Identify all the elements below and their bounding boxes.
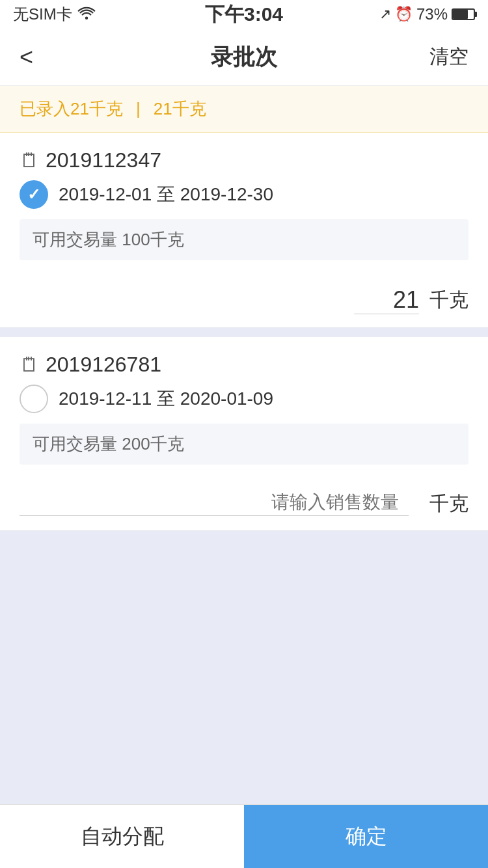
back-button[interactable]: < [20,44,59,71]
batch-1-icon: 🗒 [20,150,39,172]
auto-distribute-button[interactable]: 自动分配 [0,805,244,868]
batch-2-icon: 🗒 [20,354,39,376]
batch-2-date-row[interactable]: 2019-12-11 至 2020-01-09 [20,385,468,413]
batch-2-available: 可用交易量 200千克 [20,424,468,465]
batch-item-1: 🗒 2019112347 2019-12-01 至 2019-12-30 可用交… [0,133,488,328]
batch-2-id: 2019126781 [46,353,161,377]
batch-2-date: 2019-12-11 至 2020-01-09 [59,387,273,411]
batch-1-radio[interactable] [20,180,48,209]
nav-bar: < 录批次 清空 [0,29,488,86]
batch-2-input-row[interactable]: 千克 [0,478,488,531]
batch-1-quantity-row: 21 千克 [0,273,488,328]
battery-label: 73% [416,5,448,23]
confirm-button[interactable]: 确定 [244,805,488,868]
info-banner: 已录入21千克 | 21千克 [0,86,488,133]
batch-1-date: 2019-12-01 至 2019-12-30 [59,182,273,207]
batch-1-id: 2019112347 [46,148,161,172]
status-bar: 无SIM卡 下午3:04 ↗ ⏰ 73% [0,0,488,29]
batch-1-unit: 千克 [429,287,468,314]
section-divider [0,328,488,337]
wifi-icon [77,5,96,23]
batch-2-id-row: 🗒 2019126781 [20,353,468,377]
carrier-label: 无SIM卡 [13,4,72,25]
battery-icon [452,8,475,20]
batch-1-id-row: 🗒 2019112347 [20,148,468,172]
batch-1-available: 可用交易量 100千克 [20,219,468,260]
batch-2-radio[interactable] [20,385,48,413]
status-left: 无SIM卡 [13,4,96,25]
page-title: 录批次 [211,42,277,72]
location-icon: ↗ [379,6,391,23]
batch-1-quantity: 21 [393,286,419,313]
status-right: ↗ ⏰ 73% [379,5,475,23]
batch-item-2: 🗒 2019126781 2019-12-11 至 2020-01-09 可用交… [0,337,488,531]
info-divider: | [136,99,141,119]
clear-button[interactable]: 清空 [429,44,468,70]
batch-2-quantity-input[interactable] [20,492,409,513]
bottom-bar: 自动分配 确定 [0,804,488,868]
status-time: 下午3:04 [205,1,283,28]
batch-2-input-underline [20,492,409,516]
batch-1-quantity-underline: 21 [354,286,419,314]
total-label: 21千克 [154,98,206,120]
batch-1-date-row[interactable]: 2019-12-01 至 2019-12-30 [20,180,468,209]
recorded-label: 已录入21千克 [20,98,123,120]
gray-area [0,531,488,804]
alarm-icon: ⏰ [395,6,413,23]
batch-2-unit: 千克 [429,491,468,517]
